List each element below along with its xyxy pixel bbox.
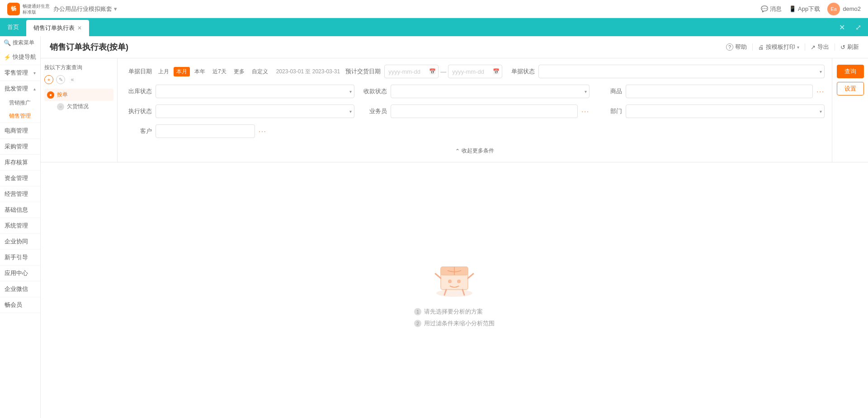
avatar: Ea	[827, 3, 840, 15]
sidebar-ecommerce-label: 电商管理	[5, 127, 28, 135]
tip-num-2: 2	[414, 320, 421, 327]
sidebar-item-ecommerce[interactable]: 电商管理	[0, 123, 40, 139]
quick-btn-this-year[interactable]: 本年	[192, 67, 208, 76]
sidebar-item-purchase[interactable]: 采购管理	[0, 139, 40, 155]
sidebar-sub-sales-mgmt[interactable]: 销售管理	[0, 109, 40, 123]
query-button[interactable]: 查询	[837, 65, 864, 78]
sidebar-member-label: 畅会员	[5, 301, 22, 309]
sidebar-item-retail[interactable]: 零售管理 ▾	[0, 65, 40, 81]
filter-label-goods: 商品	[595, 87, 622, 95]
salesman-input[interactable]	[391, 104, 578, 118]
refresh-icon: ↺	[840, 44, 845, 51]
user-action[interactable]: Ea demo2	[827, 3, 861, 15]
expand-window-btn[interactable]: ⤢	[852, 21, 864, 33]
sidebar-item-member[interactable]: 畅会员	[0, 297, 40, 313]
filter-row-2: 出库状态 ▾ 收款状态	[125, 85, 825, 98]
app-download-icon: 📱	[789, 5, 796, 12]
help-btn[interactable]: ? 帮助	[726, 43, 747, 51]
quick-btn-last-month[interactable]: 上月	[156, 67, 172, 76]
template-print-arrow: ▾	[797, 45, 799, 50]
sidebar-marketing-label: 营销推广	[9, 99, 31, 107]
sidebar-item-new-guide[interactable]: 新手引导	[0, 250, 40, 266]
sidebar-section-wholesale: 批发管理 ▴ 营销推广 销售管理	[0, 81, 40, 123]
salesman-more-dots[interactable]: ···	[581, 108, 590, 115]
quick-btn-7days[interactable]: 近7天	[210, 67, 229, 76]
tab-close-icon[interactable]: ✕	[77, 25, 82, 31]
add-plan-btn[interactable]: +	[44, 75, 53, 84]
filter-group-goods: 商品 ···	[595, 85, 825, 98]
tab-bar-right: ✕ ⤢	[835, 18, 868, 36]
sidebar-item-operations[interactable]: 经营管理	[0, 186, 40, 202]
breadcrumb-text: 办公用品行业模拟账套	[53, 5, 112, 13]
sidebar-basic-info-label: 基础信息	[5, 206, 28, 214]
sidebar-item-wholesale[interactable]: 批发管理 ▴	[0, 81, 40, 96]
sidebar-quick-nav[interactable]: ⚡ 快捷导航	[0, 49, 40, 65]
customer-more-dots[interactable]: ···	[259, 128, 267, 135]
setting-button[interactable]: 设置	[837, 82, 864, 95]
goods-more-dots[interactable]: ···	[816, 88, 825, 95]
filter-label-dept: 部门	[595, 107, 622, 115]
sidebar-item-system[interactable]: 系统管理	[0, 218, 40, 234]
sidebar-item-app-center[interactable]: 应用中心	[0, 266, 40, 281]
plan-item-按单[interactable]: ● 按单	[44, 89, 113, 101]
payment-select-wrap: ▾	[391, 85, 590, 98]
goods-input[interactable]	[626, 85, 813, 98]
dept-select-wrap: ▾	[626, 104, 825, 118]
breadcrumb-arrow[interactable]: ▾	[114, 5, 117, 12]
sidebar-new-guide-label: 新手引导	[5, 253, 28, 261]
sidebar-sub-marketing[interactable]: 营销推广	[0, 96, 40, 109]
sidebar-item-inventory[interactable]: 库存核算	[0, 155, 40, 171]
action-sidebar: 查询 设置	[832, 58, 868, 162]
app-download-action[interactable]: 📱 App下载	[789, 5, 820, 13]
sidebar-search[interactable]: 🔍 搜索菜单	[0, 36, 40, 49]
template-print-btn[interactable]: 🖨 按模板打印 ▾	[758, 43, 799, 51]
payment-select[interactable]	[391, 85, 590, 98]
export-btn[interactable]: ↗ 导出	[811, 43, 829, 51]
collapse-more-btn[interactable]: ⌃ 收起更多条件	[455, 147, 494, 155]
sidebar-item-enterprise-wechat[interactable]: 企业微信	[0, 281, 40, 297]
quick-btn-custom[interactable]: 自定义	[249, 67, 271, 76]
sidebar-purchase-label: 采购管理	[5, 142, 28, 151]
filter-label-customer: 客户	[125, 127, 152, 135]
collapse-sidebar-btn[interactable]: «	[68, 75, 77, 84]
close-window-btn[interactable]: ✕	[835, 21, 848, 33]
quick-date-btns: 上月 本月 本年 近7天 更多 自定义	[156, 67, 271, 76]
plan-icon-按单: ●	[47, 91, 54, 99]
customer-input[interactable]	[156, 124, 255, 138]
sidebar-retail-arrow: ▾	[33, 71, 36, 76]
search-icon: 🔍	[4, 39, 11, 46]
sidebar-item-enterprise-coop[interactable]: 企业协同	[0, 234, 40, 250]
expected-date-to-wrap: 📅	[448, 65, 502, 78]
template-print-icon: 🖨	[758, 44, 764, 51]
outbound-select[interactable]	[156, 85, 354, 98]
message-action[interactable]: 💬 消息	[761, 5, 782, 13]
template-print-label: 按模板打印	[766, 43, 795, 51]
filter-row-3: 执行状态 ▾ 业务员 ···	[125, 104, 825, 118]
app-download-label: App下载	[798, 5, 820, 13]
tab-sales-exec[interactable]: 销售订单执行表 ✕	[26, 20, 89, 36]
filter-group-outbound-status: 出库状态 ▾	[125, 85, 354, 98]
filter-label-doc-status: 单据状态	[508, 67, 535, 76]
dept-select[interactable]	[626, 104, 825, 118]
sidebar-item-finance[interactable]: 资金管理	[0, 171, 40, 186]
quick-nav-icon: ⚡	[4, 54, 11, 61]
expected-date-to[interactable]	[448, 65, 502, 78]
filter-form: 单据日期 上月 本月 本年 近7天 更多 自定义 2023-03-01 至 20…	[118, 58, 832, 162]
quick-btn-this-month[interactable]: 本月	[174, 67, 190, 76]
sidebar-app-center-label: 应用中心	[5, 269, 28, 277]
main-layout: 🔍 搜索菜单 ⚡ 快捷导航 零售管理 ▾ 批发管理 ▴ 营销推广 销售管理 电商…	[0, 36, 868, 418]
edit-plan-btn[interactable]: ✎	[56, 75, 65, 84]
filter-group-expected-date: 预计交货日期 📅 — 📅	[345, 65, 502, 78]
plan-sub-欠货情况[interactable]: ○ 欠货情况	[44, 101, 113, 112]
tab-home[interactable]: 首页	[0, 18, 26, 36]
page-header-actions: ? 帮助 🖨 按模板打印 ▾ ↗ 导出 ↺ 刷新	[726, 43, 859, 51]
exec-select[interactable]	[156, 104, 354, 118]
refresh-btn[interactable]: ↺ 刷新	[840, 43, 859, 51]
filter-label-date: 单据日期	[125, 67, 152, 76]
expected-date-from[interactable]	[384, 65, 439, 78]
sidebar-item-basic-info[interactable]: 基础信息	[0, 202, 40, 218]
sidebar-inventory-label: 库存核算	[5, 158, 28, 166]
doc-status-select[interactable]	[538, 65, 825, 78]
help-icon: ?	[726, 43, 733, 51]
quick-btn-more[interactable]: 更多	[231, 67, 247, 76]
